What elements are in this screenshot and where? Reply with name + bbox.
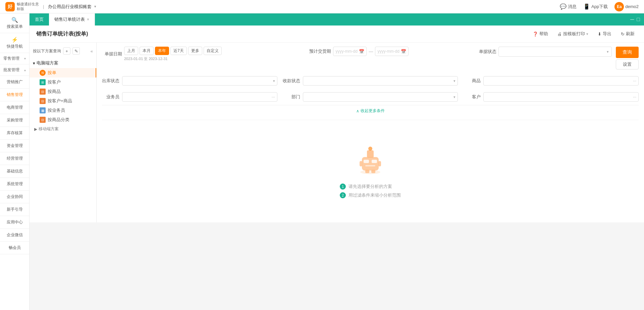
sidebar-item-retail[interactable]: 零售管理 ▾ bbox=[0, 53, 29, 64]
tree-node-按商品分类[interactable]: ⊟ 按商品分类 bbox=[30, 115, 96, 124]
svg-rect-8 bbox=[378, 161, 381, 166]
empty-state: 1 请先选择要分析的方案 2 用过滤条件来缩小分析范围 bbox=[102, 123, 639, 218]
panel-edit-button[interactable]: ✎ bbox=[72, 47, 80, 55]
page-inner: 销售订单统计表(按单) ❓ 帮助 🖨 按模板打印 ▾ ⬇ bbox=[30, 25, 644, 222]
panel-toolbar: 按以下方案查询 + ✎ « bbox=[30, 46, 96, 56]
mobile-section-arrow-icon: ▶ bbox=[34, 127, 37, 132]
collapse-icon: ∧ bbox=[356, 109, 359, 113]
sidebar-item-appstore[interactable]: 应用中心 bbox=[0, 216, 29, 229]
refresh-button[interactable]: ↻ 刷新 bbox=[618, 30, 637, 38]
node-icon-按单: 按 bbox=[40, 70, 46, 76]
svg-rect-9 bbox=[365, 170, 369, 173]
app-download-action[interactable]: 📱 App下载 bbox=[583, 3, 608, 10]
template-print-button[interactable]: 🖨 按模板打印 ▾ bbox=[555, 30, 591, 38]
filter-item-shipment-status: 出库状态 ▾ bbox=[102, 76, 277, 86]
sidebar-item-ecommerce[interactable]: 电商管理 bbox=[0, 101, 29, 114]
sidebar-item-newbie[interactable]: 新手引导 bbox=[0, 203, 29, 216]
tree-header-pc[interactable]: ▾ 电脑端方案 bbox=[30, 58, 96, 68]
department-select[interactable]: ▾ bbox=[303, 92, 458, 102]
empty-text: 1 请先选择要分析的方案 2 用过滤条件来缩小分析范围 bbox=[340, 184, 401, 198]
help-icon: ❓ bbox=[533, 32, 538, 37]
main-layout: 🔍 搜索菜单 ⚡ 快捷导航 零售管理 ▾ 批发管理 ▴ 营销推广 销售管理 电商… bbox=[0, 13, 644, 310]
salesperson-input[interactable]: ··· bbox=[122, 92, 277, 102]
tab-sales-order-stats[interactable]: 销售订单统计表 × bbox=[49, 13, 95, 25]
right-panel: 单据日期 上月 本月 本年 近7天 更多 自定义 bbox=[97, 43, 644, 222]
user-avatar: Ea bbox=[614, 2, 624, 11]
panel-add-button[interactable]: + bbox=[63, 47, 70, 55]
date-btn-7days[interactable]: 近7天 bbox=[170, 47, 187, 55]
svg-rect-10 bbox=[371, 170, 375, 173]
tree-node-按客户商品[interactable]: ⊟ 按客户+商品 bbox=[30, 96, 96, 106]
tree-node-按业务员[interactable]: ▦ 按业务员 bbox=[30, 106, 96, 115]
node-icon-按商品分类: ⊟ bbox=[40, 117, 46, 123]
salesperson-label: 业务员 bbox=[102, 94, 119, 100]
tab-maximize-icon[interactable]: □ bbox=[637, 16, 640, 22]
tab-home[interactable]: 首页 bbox=[30, 13, 49, 25]
sidebar-item-member[interactable]: 畅会员 bbox=[0, 242, 29, 254]
tree-sub-header-mobile[interactable]: ▶ 移动端方案 bbox=[30, 124, 96, 134]
tree-node-按商品[interactable]: ⊟ 按商品 bbox=[30, 87, 96, 96]
pc-section-arrow-icon: ▾ bbox=[33, 61, 35, 66]
sidebar-item-inventory[interactable]: 库存核算 bbox=[0, 127, 29, 140]
customer-input[interactable]: ··· bbox=[483, 92, 639, 102]
payment-status-select[interactable]: ▾ bbox=[303, 76, 458, 86]
empty-num-1: 1 bbox=[340, 184, 346, 190]
sidebar-item-wechat[interactable]: 企业微信 bbox=[0, 229, 29, 242]
svg-rect-3 bbox=[372, 160, 377, 163]
sidebar-item-enterprise[interactable]: 企业协同 bbox=[0, 191, 29, 203]
settings-button[interactable]: 设置 bbox=[616, 59, 639, 69]
message-action[interactable]: 💬 消息 bbox=[560, 3, 577, 10]
refresh-icon: ↻ bbox=[621, 32, 625, 37]
sidebar-item-operations[interactable]: 经营管理 bbox=[0, 152, 29, 165]
shipment-status-select[interactable]: ▾ bbox=[122, 76, 277, 86]
date-btn-more[interactable]: 更多 bbox=[188, 47, 202, 55]
page-header-actions: ❓ 帮助 🖨 按模板打印 ▾ ⬇ 导出 ↻ bbox=[530, 30, 637, 38]
goods-dots: ··· bbox=[633, 79, 636, 83]
date-btn-this-year[interactable]: 本年 bbox=[155, 47, 169, 55]
sidebar-item-sales[interactable]: 销售管理 bbox=[0, 89, 29, 101]
svg-rect-7 bbox=[360, 161, 362, 166]
sidebar-item-basic[interactable]: 基础信息 bbox=[0, 165, 29, 178]
date-buttons: 上月 本月 本年 近7天 更多 自定义 bbox=[124, 47, 305, 55]
date-btn-custom[interactable]: 自定义 bbox=[204, 47, 222, 55]
sidebar-item-purchase[interactable]: 采购管理 bbox=[0, 114, 29, 127]
order-status-select[interactable]: ▾ bbox=[498, 47, 612, 57]
customer-dots: ··· bbox=[633, 95, 636, 99]
top-bar-right: 💬 消息 📱 App下载 Ea demo2 bbox=[560, 2, 639, 11]
sidebar-item-finance[interactable]: 资金管理 bbox=[0, 140, 29, 152]
panel-section-title: 按以下方案查询 bbox=[33, 48, 61, 54]
message-icon: 💬 bbox=[560, 3, 567, 10]
date-btn-this-month[interactable]: 本月 bbox=[140, 47, 154, 55]
export-button[interactable]: ⬇ 导出 bbox=[595, 30, 614, 38]
svg-rect-2 bbox=[364, 160, 369, 163]
tab-close-icon[interactable]: × bbox=[87, 17, 89, 22]
svg-rect-1 bbox=[362, 157, 379, 170]
department-arrow-icon: ▾ bbox=[453, 95, 455, 99]
expected-delivery-end-input[interactable]: yyyy-mm-dd 📅 bbox=[375, 47, 409, 56]
goods-input[interactable]: ··· bbox=[483, 76, 639, 86]
sidebar-item-system[interactable]: 系统管理 bbox=[0, 178, 29, 191]
template-print-arrow-icon: ▾ bbox=[586, 32, 588, 36]
node-icon-按客户: ⊞ bbox=[40, 79, 46, 85]
sidebar-item-marketing[interactable]: 营销推广 bbox=[0, 76, 29, 89]
sidebar-item-quicknav[interactable]: ⚡ 快捷导航 bbox=[0, 33, 29, 53]
tree-node-按客户[interactable]: ⊞ 按客户 bbox=[30, 78, 96, 87]
sidebar-item-search[interactable]: 🔍 搜索菜单 bbox=[0, 13, 29, 33]
user-action[interactable]: Ea demo2 bbox=[614, 2, 639, 11]
tab-minimize-icon[interactable]: ─ bbox=[630, 16, 634, 22]
top-bar-title: 办公用品行业模拟账套 bbox=[48, 4, 92, 10]
node-icon-按业务员: ▦ bbox=[40, 107, 46, 113]
collapse-bar[interactable]: ∧ 收起更多条件 bbox=[102, 105, 639, 116]
date-btn-last-month[interactable]: 上月 bbox=[124, 47, 138, 55]
panel-collapse-button[interactable]: « bbox=[91, 49, 93, 54]
logo-area: 好 畅捷通好生意 标版 bbox=[5, 2, 39, 11]
sidebar-item-wholesale[interactable]: 批发管理 ▴ bbox=[0, 64, 29, 76]
help-button[interactable]: ❓ 帮助 bbox=[530, 30, 551, 38]
node-icon-按客户商品: ⊟ bbox=[40, 98, 46, 104]
tree-node-按单[interactable]: 按 按单 bbox=[30, 68, 96, 78]
query-button[interactable]: 查询 bbox=[616, 47, 639, 58]
expected-delivery-start-input[interactable]: yyyy-mm-dd 📅 bbox=[333, 47, 367, 56]
action-buttons: 查询 设置 bbox=[616, 47, 639, 69]
top-bar-dropdown-icon[interactable]: ▾ bbox=[94, 4, 96, 9]
quicknav-icon: ⚡ bbox=[11, 37, 18, 43]
